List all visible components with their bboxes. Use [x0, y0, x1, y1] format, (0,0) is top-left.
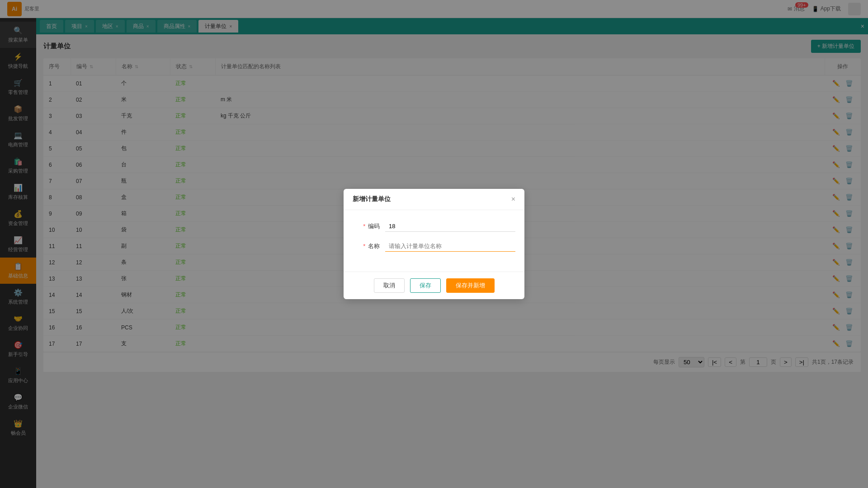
code-label: * 编码 [353, 222, 380, 230]
modal-overlay[interactable]: 新增计量单位 × * 编码 * 名称 取消 保存 保存并新增 [0, 0, 868, 488]
code-label-text: 编码 [368, 223, 380, 230]
name-label-text: 名称 [368, 243, 380, 249]
save-new-button[interactable]: 保存并新增 [446, 278, 495, 293]
modal-header: 新增计量单位 × [344, 189, 524, 210]
modal-close-button[interactable]: × [511, 195, 515, 203]
add-measure-unit-modal: 新增计量单位 × * 编码 * 名称 取消 保存 保存并新增 [344, 189, 524, 299]
modal-footer: 取消 保存 保存并新增 [344, 272, 524, 299]
form-row-name: * 名称 [353, 241, 515, 252]
code-input[interactable] [385, 221, 515, 232]
required-mark-code: * [363, 223, 365, 230]
name-label: * 名称 [353, 242, 380, 250]
name-input[interactable] [385, 241, 515, 252]
save-button[interactable]: 保存 [410, 278, 441, 293]
required-mark-name: * [363, 243, 365, 249]
cancel-button[interactable]: 取消 [374, 278, 405, 293]
form-row-code: * 编码 [353, 221, 515, 232]
modal-body: * 编码 * 名称 [344, 210, 524, 272]
modal-title: 新增计量单位 [353, 195, 391, 203]
